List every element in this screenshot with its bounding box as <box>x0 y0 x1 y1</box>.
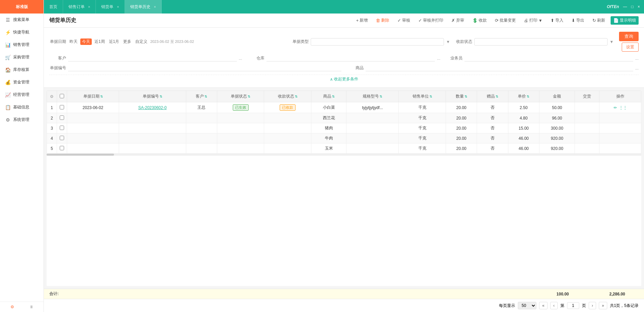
tab-sales-history-close[interactable]: × <box>154 5 156 9</box>
cell-checkbox[interactable] <box>57 123 67 133</box>
window-maximize[interactable]: □ <box>631 4 634 9</box>
tab-home[interactable]: 首页 <box>44 0 63 14</box>
filter-customer-dots[interactable]: ... <box>239 56 242 61</box>
cell-pay-status <box>264 133 311 144</box>
page-size-select[interactable]: 20 50 100 200 <box>518 302 536 309</box>
table-settings-icon[interactable]: ⚙ <box>50 94 54 99</box>
filter-warehouse-dots[interactable]: ... <box>437 56 440 61</box>
sidebar-item-search-menu[interactable]: ☰ 搜索菜单 <box>0 14 44 26</box>
cell-action[interactable] <box>599 133 641 144</box>
print-button[interactable]: 🖨 打印 ▼ <box>521 16 545 25</box>
import-button[interactable]: ⬆ 导入 <box>548 16 566 25</box>
th-doc-date[interactable]: 单据日期 ⇅ <box>67 91 119 102</box>
window-close[interactable]: × <box>638 4 640 9</box>
filter-staff-input[interactable] <box>465 55 633 61</box>
page-number-input[interactable] <box>567 302 579 309</box>
th-unit-price[interactable]: 单价 ⇅ <box>508 91 539 102</box>
show-detail-button[interactable]: 📄 显示明细 <box>611 16 639 25</box>
th-doc-no[interactable]: 单据编号 ⇅ <box>119 91 186 102</box>
abandon-button[interactable]: ✗ 弃审 <box>449 16 467 25</box>
date-shortcut-yesterday[interactable]: 昨天 <box>68 38 79 45</box>
cell-action[interactable] <box>599 144 641 154</box>
setting-button[interactable]: 设置 <box>622 43 639 52</box>
row-checkbox[interactable] <box>60 126 64 130</box>
prev-page-button[interactable]: ‹ <box>550 302 558 309</box>
filter-pay-status-select[interactable] <box>474 38 608 46</box>
date-shortcut-last7[interactable]: 近1周 <box>93 38 106 45</box>
row-checkbox[interactable] <box>60 115 64 120</box>
cell-transaction <box>575 102 599 113</box>
select-all-checkbox[interactable] <box>60 94 64 98</box>
th-doc-status[interactable]: 单据状态 ⇅ <box>217 91 264 102</box>
sidebar-bottom-icon-left[interactable]: ⚙ <box>10 305 14 309</box>
th-goods[interactable]: 商品 ⇅ <box>311 91 346 102</box>
audit-print-button[interactable]: ✓ 审核并打印 <box>416 16 446 25</box>
date-shortcut-group: 昨天 今天 近1周 近1月 更多 自定义 2023-06-02 至 2023-0… <box>68 38 286 45</box>
cell-goods: 猪肉 <box>311 123 346 133</box>
filter-doc-type-dropdown[interactable]: ▼ <box>446 40 450 44</box>
cell-action[interactable] <box>599 123 641 133</box>
filter-goods-dots[interactable]: ... <box>635 66 639 71</box>
next-page-button[interactable]: › <box>589 302 596 309</box>
row-checkbox[interactable] <box>60 105 64 109</box>
scrollbar-thumb[interactable] <box>47 154 114 156</box>
sidebar-item-quick-nav[interactable]: ⚡ 快捷导航 <box>0 26 44 38</box>
cell-checkbox[interactable] <box>57 102 67 113</box>
window-minimize[interactable]: — <box>623 4 627 9</box>
cell-doc-date <box>67 113 119 123</box>
doc-no-link[interactable]: SA-20230602-0 <box>138 105 167 110</box>
sidebar-item-purchase-mgmt[interactable]: 🛒 采购管理 <box>0 51 44 63</box>
filter-goods-input[interactable] <box>366 65 633 71</box>
th-quantity[interactable]: 数量 ⇅ <box>446 91 477 102</box>
tab-sales-goods[interactable]: 销货单 × <box>96 0 124 14</box>
last-page-button[interactable]: » <box>599 302 607 309</box>
sidebar-item-finance-mgmt[interactable]: 💰 资金管理 <box>0 76 44 88</box>
new-button[interactable]: + 新增 <box>354 16 371 25</box>
date-shortcut-last1m[interactable]: 近1月 <box>108 38 121 45</box>
cell-action[interactable]: ✏⋮⋮ <box>599 102 641 113</box>
filter-staff-dots[interactable]: ... <box>635 56 639 61</box>
cell-action[interactable] <box>599 113 641 123</box>
export-button[interactable]: ⬇ 导出 <box>569 16 587 25</box>
th-sales-unit[interactable]: 销售单位 ⇅ <box>399 91 446 102</box>
query-button[interactable]: 查询 <box>619 32 639 41</box>
date-shortcut-custom[interactable]: 自定义 <box>134 38 149 45</box>
sidebar-item-inventory-calc[interactable]: 🏠 库存核算 <box>0 63 44 76</box>
refresh-button[interactable]: ↻ 刷新 <box>590 16 608 25</box>
th-spec-type[interactable]: 规格型号 ⇅ <box>346 91 399 102</box>
filter-customer-input[interactable] <box>68 55 237 61</box>
tab-sales-goods-close[interactable]: × <box>117 5 119 9</box>
tab-sales-order-close[interactable]: × <box>88 5 90 9</box>
sidebar-item-basic-info[interactable]: 📋 基础信息 <box>0 101 44 113</box>
filter-warehouse-input[interactable] <box>267 55 435 61</box>
date-shortcut-today[interactable]: 今天 <box>80 38 92 45</box>
cell-checkbox[interactable] <box>57 133 67 144</box>
audit-button[interactable]: ✓ 审核 <box>395 16 413 25</box>
batch-change-button[interactable]: ⟳ 批量变更 <box>492 16 519 25</box>
delete-button[interactable]: 🗑 删除 <box>373 16 392 25</box>
row-checkbox[interactable] <box>60 146 64 150</box>
more-action-button[interactable]: ⋮⋮ <box>618 105 628 110</box>
filter-doc-no-input[interactable] <box>68 65 341 71</box>
sidebar-item-sys-mgmt[interactable]: ⚙ 系统管理 <box>0 113 44 126</box>
filter-doc-type-select[interactable] <box>311 38 444 46</box>
date-shortcut-more[interactable]: 更多 <box>122 38 133 45</box>
cell-checkbox[interactable] <box>57 144 67 154</box>
th-customer[interactable]: 客户 ⇅ <box>186 91 217 102</box>
sidebar-bottom-icon-right[interactable]: ⏸ <box>29 305 33 309</box>
tab-sales-order[interactable]: 销售订单 × <box>63 0 96 14</box>
filter-pay-status-dropdown[interactable]: ▼ <box>610 40 614 44</box>
collapse-button[interactable]: ∧ 收起更多条件 <box>49 75 639 83</box>
first-page-button[interactable]: « <box>539 302 548 309</box>
cell-checkbox[interactable] <box>57 113 67 123</box>
th-pay-status[interactable]: 收款状态 ⇅ <box>264 91 311 102</box>
tab-sales-history[interactable]: 销货单历史 × <box>125 0 162 14</box>
cell-doc-no[interactable]: SA-20230602-0 <box>119 102 186 113</box>
th-gift[interactable]: 赠品 ⇅ <box>477 91 508 102</box>
row-checkbox[interactable] <box>60 136 64 140</box>
sidebar-item-sales-mgmt[interactable]: 📊 销售管理 <box>0 38 44 51</box>
edit-action-button[interactable]: ✏ <box>613 105 618 110</box>
sidebar-item-ops-mgmt[interactable]: 📈 经营管理 <box>0 88 44 101</box>
collect-button[interactable]: 💲 收款 <box>470 16 489 25</box>
scrollbar-track[interactable] <box>47 154 641 156</box>
